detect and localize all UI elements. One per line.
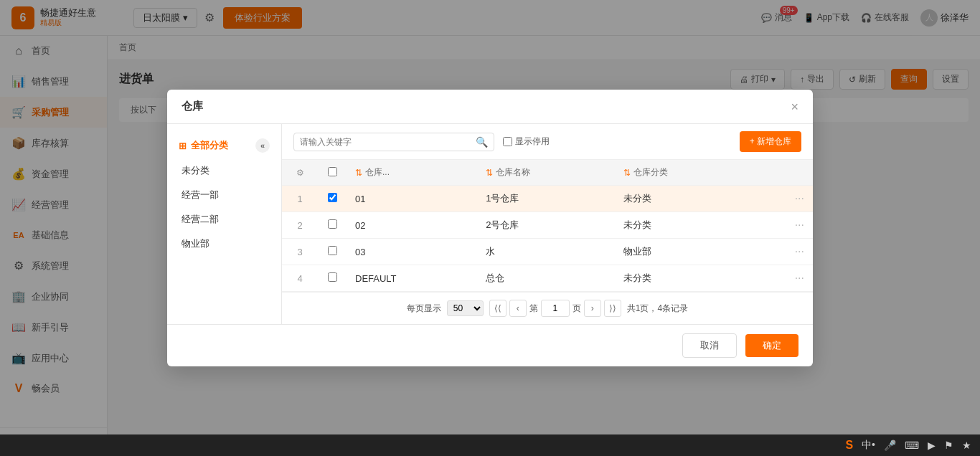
show-disabled-checkbox[interactable] [503, 137, 512, 146]
th-action [753, 160, 813, 186]
cat-item-property[interactable]: 物业部 [167, 232, 281, 256]
s-mic-icon[interactable]: 🎤 [884, 440, 896, 451]
add-warehouse-button[interactable]: + 新增仓库 [740, 131, 801, 152]
row-category: 物业部 [615, 239, 753, 265]
row-category: 未分类 [615, 186, 753, 212]
cat-item-ops1[interactable]: 经营一部 [167, 183, 281, 207]
pagination: 每页显示 501020100 ⟨⟨ ‹ 第 页 › ⟩⟩ [282, 292, 813, 324]
th-category: ⇅ 仓库分类 [615, 160, 753, 186]
per-page-label: 每页显示 [407, 303, 441, 315]
row-action[interactable]: ··· [753, 239, 813, 265]
row-num: 1 [282, 186, 318, 212]
s-star-icon[interactable]: ★ [962, 440, 971, 451]
collapse-button[interactable]: « [255, 138, 270, 153]
total-label: 共1页，4条记录 [627, 303, 688, 315]
row-name: 总仓 [477, 265, 615, 292]
search-icon[interactable]: 🔍 [476, 136, 488, 148]
all-categories-header[interactable]: ⊞ 全部分类 « [167, 133, 281, 158]
modal-title: 仓库 [182, 100, 203, 113]
warehouse-table: ⚙ ⇅ 仓库... [282, 160, 813, 292]
page-unit: 页 [573, 303, 581, 315]
show-disabled-text: 显示停用 [515, 136, 550, 148]
next-page-button[interactable]: › [584, 300, 601, 317]
category-tree: ⊞ 全部分类 « 未分类 经营一部 经营二部 物业部 [167, 124, 282, 324]
row-name: 2号仓库 [477, 212, 615, 239]
row-code: 03 [347, 239, 477, 265]
sort-name-icon: ⇅ [486, 168, 493, 178]
sort-cat-icon: ⇅ [623, 168, 631, 178]
row-name: 水 [477, 239, 615, 265]
row-category: 未分类 [615, 265, 753, 292]
table-row[interactable]: 1 01 1号仓库 未分类 ··· [282, 186, 813, 212]
table-row[interactable]: 4 DEFAULT 总仓 未分类 ··· [282, 265, 813, 292]
cat-item-unclassified[interactable]: 未分类 [167, 158, 281, 183]
row-checkbox[interactable] [328, 272, 337, 282]
warehouse-modal: 仓库 × ⊞ 全部分类 « 未分类 经营一部 经营二部 物业部 [167, 90, 813, 366]
row-name: 1号仓库 [477, 186, 615, 212]
s-keyboard-icon[interactable]: ⌨ [905, 440, 919, 451]
search-input[interactable] [300, 137, 476, 147]
page-number-input[interactable] [541, 300, 570, 317]
cat-item-ops2[interactable]: 经营二部 [167, 207, 281, 232]
page-label: 第 [529, 303, 538, 315]
modal-overlay: 仓库 × ⊞ 全部分类 « 未分类 经营一部 经营二部 物业部 [0, 0, 980, 456]
row-code: DEFAULT [347, 265, 477, 292]
table-header: ⚙ ⇅ 仓库... [282, 160, 813, 186]
last-page-button[interactable]: ⟩⟩ [604, 300, 621, 317]
row-checkbox[interactable] [328, 193, 337, 202]
page-size-select[interactable]: 501020100 [447, 300, 484, 316]
row-checkbox-cell[interactable] [318, 212, 347, 239]
row-checkbox[interactable] [328, 246, 337, 255]
settings-col-icon: ⚙ [296, 168, 304, 178]
table-row[interactable]: 3 03 水 物业部 ··· [282, 239, 813, 265]
first-page-button[interactable]: ⟨⟨ [489, 300, 507, 317]
grid-icon: ⊞ [179, 141, 187, 151]
th-name: ⇅ 仓库名称 [477, 160, 615, 186]
prev-page-button[interactable]: ‹ [509, 300, 527, 317]
search-box[interactable]: 🔍 [293, 133, 494, 151]
all-categories-label: 全部分类 [191, 139, 228, 152]
s-logo-icon: S [845, 439, 853, 452]
modal-footer: 取消 确定 [167, 324, 813, 366]
table-body: 1 01 1号仓库 未分类 ··· 2 02 2号仓库 未分类 ··· 3 03… [282, 186, 813, 292]
s-zh-icon[interactable]: 中• [862, 439, 875, 452]
row-code: 02 [347, 212, 477, 239]
s-play-icon[interactable]: ▶ [928, 440, 936, 451]
row-checkbox-cell[interactable] [318, 186, 347, 212]
cancel-button[interactable]: 取消 [682, 333, 737, 358]
th-checkbox [318, 160, 347, 186]
page-size-dropdown[interactable]: 501020100 [447, 300, 484, 316]
row-checkbox-cell[interactable] [318, 265, 347, 292]
table-row[interactable]: 2 02 2号仓库 未分类 ··· [282, 212, 813, 239]
confirm-button[interactable]: 确定 [745, 334, 798, 357]
table: ⚙ ⇅ 仓库... [282, 160, 813, 292]
status-bar: S 中• 🎤 ⌨ ▶ ⚑ ★ [0, 434, 980, 456]
modal-body: ⊞ 全部分类 « 未分类 经营一部 经营二部 物业部 🔍 [167, 124, 813, 324]
sort-code-icon: ⇅ [355, 168, 362, 178]
page-navigation: ⟨⟨ ‹ 第 页 › ⟩⟩ [489, 300, 621, 317]
th-settings: ⚙ [282, 160, 318, 186]
row-checkbox[interactable] [328, 219, 337, 229]
s-flag-icon[interactable]: ⚑ [944, 440, 953, 451]
select-all-checkbox[interactable] [328, 167, 337, 176]
row-action[interactable]: ··· [753, 186, 813, 212]
row-category: 未分类 [615, 212, 753, 239]
row-num: 2 [282, 212, 318, 239]
modal-toolbar: 🔍 显示停用 + 新增仓库 [282, 124, 813, 160]
row-action[interactable]: ··· [753, 265, 813, 292]
row-num: 4 [282, 265, 318, 292]
row-code: 01 [347, 186, 477, 212]
show-disabled-label[interactable]: 显示停用 [503, 136, 550, 148]
row-checkbox-cell[interactable] [318, 239, 347, 265]
row-num: 3 [282, 239, 318, 265]
th-code: ⇅ 仓库... [347, 160, 477, 186]
modal-close-button[interactable]: × [791, 100, 798, 113]
modal-header: 仓库 × [167, 90, 813, 124]
modal-right-panel: 🔍 显示停用 + 新增仓库 ⚙ [282, 124, 813, 324]
row-action[interactable]: ··· [753, 212, 813, 239]
